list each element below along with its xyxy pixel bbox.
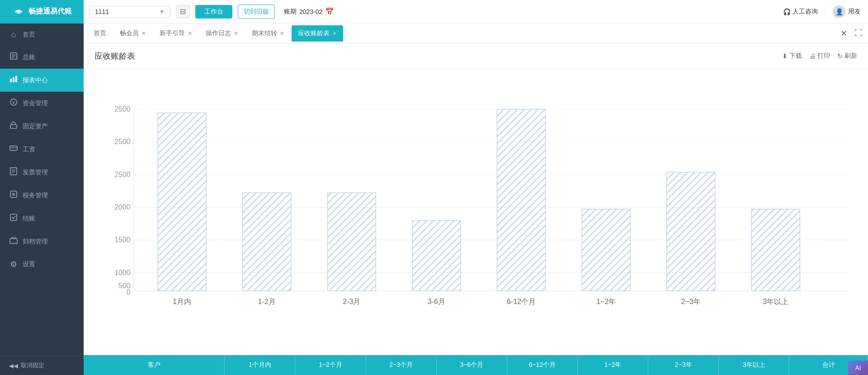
print-icon: 🖨 (809, 52, 816, 60)
tab-close-icon[interactable]: ✕ (142, 30, 146, 37)
bar-2-3-month (327, 193, 376, 291)
svg-text:2500: 2500 (114, 105, 131, 113)
tab-close-icon[interactable]: ✕ (234, 30, 238, 37)
table-header-col: 3年以上 (719, 355, 789, 375)
ai-label: Ai (855, 364, 861, 371)
sidebar-item-funds[interactable]: ¥ 资金管理 (0, 92, 84, 115)
table-footer-header: 客户1个月内1~2个月2~3个月3~6个月6~12个月1~2年2~3年3年以上合… (84, 355, 868, 375)
logo-icon (12, 5, 25, 18)
tab-guide[interactable]: 新手引导 ✕ (153, 25, 198, 42)
svg-point-0 (17, 10, 20, 13)
sidebar-item-home[interactable]: ⌂ 首页 (0, 23, 84, 46)
tab-oplog[interactable]: 操作日志 ✕ (199, 25, 245, 42)
maximize-button[interactable]: ⛶ (853, 27, 864, 40)
table-header-col: 3~6个月 (437, 355, 507, 375)
sidebar-item-ledger[interactable]: 总账 (0, 46, 84, 69)
tab-label: 新手引导 (160, 29, 185, 38)
calendar-icon[interactable]: 📅 (325, 7, 334, 16)
tab-close-icon[interactable]: ✕ (188, 30, 192, 37)
svg-text:2500: 2500 (114, 137, 131, 145)
table-header-col: 2~3个月 (366, 355, 437, 375)
sidebar-item-label: 税务管理 (23, 192, 48, 200)
ledger-icon (9, 52, 18, 62)
tab-close-icon[interactable]: ✕ (280, 30, 284, 37)
funds-icon: ¥ (9, 98, 18, 108)
sidebar-item-label: 设置 (23, 260, 35, 268)
sidebar-item-archive[interactable]: 归档管理 (0, 230, 84, 253)
print-button[interactable]: 🖨 打印 (809, 52, 830, 60)
svg-text:1-2月: 1-2月 (258, 297, 276, 305)
sidebar-item-settings[interactable]: ⚙ 设置 (0, 253, 84, 276)
svg-text:1~2年: 1~2年 (596, 297, 616, 305)
workbench-button[interactable]: 工作台 (195, 5, 232, 19)
ai-badge[interactable]: Ai (848, 361, 868, 375)
bar-1-2-year (582, 209, 630, 291)
bar-2-3-year (667, 172, 715, 291)
table-header-col: 1个月内 (225, 355, 295, 375)
sidebar-item-label: 资金管理 (23, 99, 48, 108)
company-name: 1111 (95, 8, 156, 15)
sidebar-item-salary[interactable]: 工资 (0, 138, 84, 161)
sidebar: ⌂ 首页 总账 报表中心 ¥ 资金管理 固定资产 (0, 23, 84, 375)
table-header-col: 1~2年 (578, 355, 648, 375)
user-area[interactable]: 👤 用友 (833, 5, 861, 18)
download-label: 下载 (789, 52, 802, 60)
svg-rect-6 (13, 77, 14, 82)
avatar: 👤 (833, 5, 845, 18)
close-all-tabs-button[interactable]: ✕ (839, 27, 849, 40)
table-header-col: 2~3年 (648, 355, 719, 375)
main-layout: ⌂ 首页 总账 报表中心 ¥ 资金管理 固定资产 (0, 23, 868, 375)
consult-button[interactable]: 🎧 人工咨询 (783, 8, 818, 16)
tab-close-icon[interactable]: ✕ (332, 30, 337, 37)
svg-rect-5 (10, 79, 12, 82)
refresh-button[interactable]: ↻ 刷新 (837, 52, 857, 60)
sidebar-item-invoice[interactable]: 发票管理 (0, 161, 84, 184)
svg-text:2000: 2000 (114, 203, 131, 211)
sidebar-item-tax[interactable]: 税务管理 (0, 184, 84, 207)
bar-3-6-month (412, 220, 461, 291)
svg-rect-10 (10, 125, 17, 128)
svg-text:2500: 2500 (114, 170, 131, 178)
svg-text:1000: 1000 (114, 268, 131, 277)
sidebar-item-assets[interactable]: 固定资产 (0, 115, 84, 138)
header-right: 🎧 人工咨询 👤 用友 (783, 5, 861, 18)
chevron-down-icon: ▼ (159, 9, 165, 15)
chart-container: 2500 2500 2500 2000 1500 1000 500 0 (97, 78, 854, 346)
sidebar-item-label: 发票管理 (23, 169, 48, 177)
tab-period-end[interactable]: 期末结转 ✕ (245, 25, 291, 42)
archive-icon (9, 236, 18, 247)
logo-area: 畅捷通易代账 (0, 0, 84, 23)
logo-text: 畅捷通易代账 (28, 7, 72, 16)
company-selector[interactable]: 1111 ▼ (89, 6, 170, 18)
svg-text:¥: ¥ (12, 100, 15, 105)
home-icon: ⌂ (9, 30, 18, 39)
invoice-icon (9, 167, 18, 178)
checkout-icon (9, 213, 18, 224)
table-header-col: 1~2个月 (295, 355, 366, 375)
svg-rect-22 (12, 237, 15, 239)
tab-bar-right: ✕ ⛶ (839, 27, 864, 40)
svg-rect-20 (10, 214, 17, 220)
page-actions: ⬇ 下载 🖨 打印 ↻ 刷新 (782, 52, 857, 60)
page-content: 应收账龄表 ⬇ 下载 🖨 打印 ↻ 刷新 (84, 43, 868, 375)
tab-aging[interactable]: 应收账龄表 ✕ (292, 25, 343, 42)
svg-rect-7 (15, 76, 17, 82)
settings-icon: ⚙ (9, 259, 18, 269)
sidebar-item-label: 报表中心 (23, 76, 48, 84)
cancel-fixed-button[interactable]: ◀◀ 取消固定 (0, 356, 84, 375)
refresh-label: 刷新 (844, 52, 857, 60)
sidebar-item-label: 总账 (23, 53, 35, 61)
tab-member[interactable]: 畅会员 ✕ (113, 25, 152, 42)
unpin-icon: ◀◀ (9, 362, 18, 369)
switch-version-button[interactable]: 切到旧版 (238, 5, 275, 19)
download-button[interactable]: ⬇ 下载 (782, 52, 802, 60)
tab-bar: 首页 畅会员 ✕ 新手引导 ✕ 操作日志 ✕ 期末结转 ✕ 应收账龄表 ✕ (84, 23, 868, 43)
copy-button[interactable]: ⊟ (176, 5, 190, 18)
bar-chart: 2500 2500 2500 2000 1500 1000 500 0 (97, 78, 854, 346)
sidebar-item-reports[interactable]: 报表中心 (0, 69, 84, 92)
sidebar-item-checkout[interactable]: 结账 (0, 207, 84, 230)
tab-home[interactable]: 首页 (87, 25, 113, 42)
tab-label: 应收账龄表 (298, 29, 330, 38)
svg-text:2~3年: 2~3年 (681, 297, 701, 305)
svg-text:3年以上: 3年以上 (763, 297, 788, 305)
